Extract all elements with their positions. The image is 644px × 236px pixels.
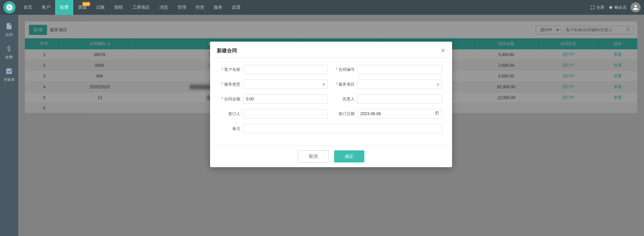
nav-business[interactable]: 工商项目 — [128, 0, 155, 15]
modal-footer: 取消 确定 — [210, 145, 452, 167]
cancel-button[interactable]: 取消 — [298, 150, 329, 162]
modal-title: 新建合同 — [217, 48, 237, 54]
form-group-signer: 签订人 — [220, 109, 328, 119]
form-group-remark: 备注 — [220, 124, 442, 133]
modal-overlay: 新建合同 ✕ 客户名称 合同编号 服务类型 — [18, 15, 644, 236]
contract-no-label: 合同编号 — [334, 67, 355, 73]
service-type-label: 服务类型 — [220, 82, 240, 87]
form-group-amount: 合同金额 — [220, 94, 328, 104]
responsible-input[interactable] — [357, 94, 442, 104]
service-type-select[interactable]: 小规模记账 一般纳税人记账 其他 — [243, 80, 328, 89]
modal-header: 新建合同 ✕ — [210, 42, 452, 58]
sidebar-fee-label: 收费 — [5, 55, 13, 60]
form-row-3: 合同金额 负责人 — [220, 94, 442, 104]
modal-close-button[interactable]: ✕ — [440, 47, 445, 54]
service-item-select-wrapper — [357, 80, 442, 89]
form-group-customer: 客户名称 — [220, 65, 328, 74]
confirm-button[interactable]: 确定 — [334, 150, 364, 162]
form-group-contract-no: 合同编号 — [334, 65, 442, 74]
customer-name-input[interactable] — [243, 65, 328, 74]
user-avatar[interactable] — [631, 2, 641, 12]
fullscreen-button[interactable]: 全屏 — [590, 5, 604, 10]
sidebar: 合同 收费 对账单 — [0, 15, 18, 236]
vip-label: 畅会员 — [614, 5, 627, 10]
sidebar-contract-label: 合同 — [5, 32, 13, 37]
nav-tax[interactable]: 报税 — [110, 0, 128, 15]
remark-label: 备注 — [220, 126, 240, 132]
nav-settings[interactable]: 设置 — [227, 0, 245, 15]
nav-fee[interactable]: 收费 — [55, 0, 73, 15]
modal-body: 客户名称 合同编号 服务类型 小规模记账 一般纳税人记账 — [210, 58, 452, 145]
contract-icon — [4, 21, 14, 31]
nav-operation[interactable]: 经营 — [191, 0, 209, 15]
sidebar-item-contract[interactable]: 合同 — [0, 18, 18, 41]
form-group-service-type: 服务类型 小规模记账 一般纳税人记账 其他 — [220, 80, 328, 89]
vip-button[interactable]: 畅会员 — [608, 5, 627, 10]
nav-message[interactable]: 消息 — [155, 0, 173, 15]
fullscreen-label: 全屏 — [596, 5, 604, 10]
remark-input[interactable] — [243, 124, 442, 133]
form-row-5: 备注 — [220, 124, 442, 133]
service-item-label: 服务项目 — [334, 82, 355, 87]
contract-no-input[interactable] — [357, 65, 442, 74]
form-row-2: 服务类型 小规模记账 一般纳税人记账 其他 服务项目 — [220, 80, 442, 89]
sign-date-label: 签订日期 — [334, 111, 355, 117]
service-item-select[interactable] — [357, 80, 442, 89]
nav-right: 全屏 畅会员 — [590, 2, 641, 12]
fee-icon — [4, 44, 14, 53]
amount-input[interactable] — [243, 94, 328, 104]
sidebar-item-statement[interactable]: 对账单 — [0, 63, 18, 86]
service-type-select-wrapper: 小规模记账 一般纳税人记账 其他 — [243, 80, 328, 89]
sidebar-statement-label: 对账单 — [4, 77, 15, 82]
sign-date-wrapper — [357, 109, 442, 119]
nav-items: 首页 客户 收费 票据 new 记账 报税 工商项目 消息 管理 经营 服务 设… — [19, 0, 590, 15]
nav-service[interactable]: 服务 — [209, 0, 227, 15]
new-badge: new — [82, 2, 90, 6]
form-group-responsible: 负责人 — [334, 94, 442, 104]
responsible-label: 负责人 — [334, 96, 355, 102]
signer-input[interactable] — [243, 109, 328, 119]
calendar-icon[interactable] — [435, 111, 439, 117]
amount-label: 合同金额 — [220, 96, 240, 102]
app-logo — [3, 1, 15, 13]
form-row-4: 签订人 签订日期 — [220, 109, 442, 119]
form-group-sign-date: 签订日期 — [334, 109, 442, 119]
sign-date-input[interactable] — [357, 109, 442, 119]
statement-icon — [4, 66, 14, 76]
new-contract-modal: 新建合同 ✕ 客户名称 合同编号 服务类型 — [210, 42, 452, 167]
sidebar-item-fee[interactable]: 收费 — [0, 41, 18, 63]
nav-manage[interactable]: 管理 — [173, 0, 191, 15]
nav-customer[interactable]: 客户 — [37, 0, 55, 15]
customer-name-label: 客户名称 — [220, 67, 240, 73]
nav-bookkeeping[interactable]: 记账 — [91, 0, 110, 15]
form-row-1: 客户名称 合同编号 — [220, 65, 442, 74]
signer-label: 签订人 — [220, 111, 240, 117]
nav-invoice[interactable]: 票据 new — [73, 0, 91, 15]
nav-home[interactable]: 首页 — [19, 0, 37, 15]
top-nav: 首页 客户 收费 票据 new 记账 报税 工商项目 消息 管理 经营 服务 设… — [0, 0, 644, 15]
form-group-service-item: 服务项目 — [334, 80, 442, 89]
